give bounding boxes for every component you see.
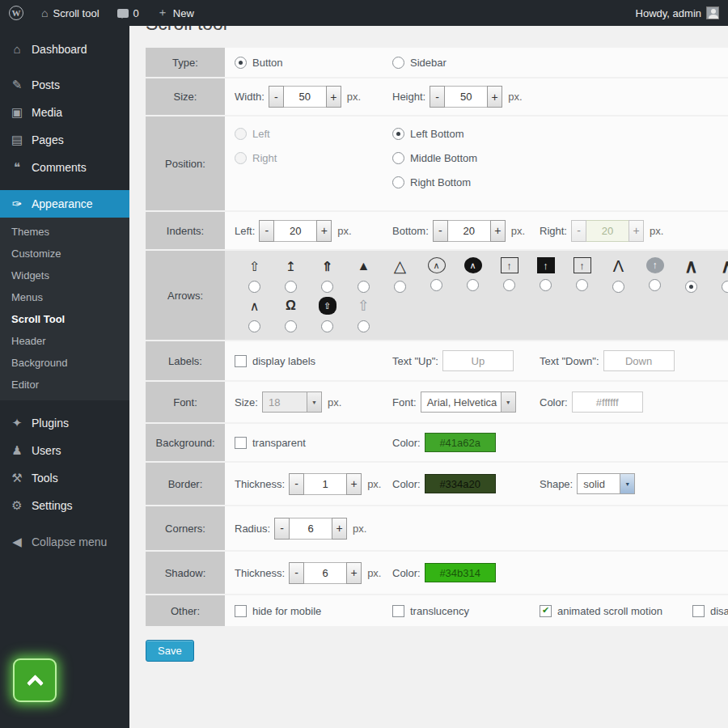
submenu-item-customize[interactable]: Customize xyxy=(0,243,129,265)
arrow-option-15[interactable]: ∧ xyxy=(236,297,273,332)
sidebar-item-tools[interactable]: ⚒ Tools xyxy=(0,464,129,492)
arrow-radio-14[interactable] xyxy=(722,281,728,293)
position-left-option[interactable]: Left xyxy=(235,128,270,140)
corners-radius-input[interactable] xyxy=(290,518,332,540)
submenu-item-editor[interactable]: Editor xyxy=(0,374,129,396)
indent-right-decrement-button[interactable]: - xyxy=(571,220,586,242)
arrow-radio-17[interactable] xyxy=(321,320,333,332)
border-thickness-decrement-button[interactable]: - xyxy=(289,473,304,495)
arrow-radio-10[interactable] xyxy=(576,279,588,291)
transparent-option[interactable]: transparent xyxy=(235,437,392,449)
hide-for-mobile-option[interactable]: hide for mobile xyxy=(235,605,392,617)
width-input[interactable] xyxy=(284,86,326,108)
text-down-input[interactable] xyxy=(603,350,675,371)
comments-admin-bar-link[interactable]: 0 xyxy=(108,0,148,26)
arrow-option-16[interactable]: Ω xyxy=(273,297,309,332)
shadow-thickness-increment-button[interactable]: + xyxy=(346,562,362,584)
type-button-radio[interactable] xyxy=(235,57,247,69)
sidebar-item-settings[interactable]: ⚙ Settings xyxy=(0,492,129,519)
scroll-button-preview[interactable] xyxy=(13,658,57,702)
corners-radius-decrement-button[interactable]: - xyxy=(274,518,290,540)
type-sidebar-option[interactable]: Sidebar xyxy=(392,57,447,69)
position-middle-bottom-radio[interactable] xyxy=(392,152,404,164)
position-right-bottom-option[interactable]: Right Bottom xyxy=(392,176,471,188)
sidebar-item-posts[interactable]: ✎ Posts xyxy=(0,71,129,99)
arrow-option-1[interactable]: ⇧ xyxy=(236,257,273,293)
arrow-radio-8[interactable] xyxy=(503,279,515,291)
arrow-option-13[interactable]: ∧ xyxy=(673,257,709,293)
site-name-link[interactable]: ⌂ Scroll tool xyxy=(32,0,108,26)
position-middle-bottom-option[interactable]: Middle Bottom xyxy=(392,152,477,164)
submenu-item-background[interactable]: Background xyxy=(0,352,129,374)
font-color-input[interactable] xyxy=(572,392,643,413)
border-shape-select[interactable]: solid ▼ xyxy=(577,473,635,494)
position-right-radio[interactable] xyxy=(235,152,247,164)
indent-left-input[interactable] xyxy=(274,220,316,242)
collapse-menu-button[interactable]: ◀ Collapse menu xyxy=(0,528,129,556)
arrow-option-9[interactable]: ↑ xyxy=(527,257,564,293)
arrow-option-10[interactable]: ↑ xyxy=(564,257,600,293)
disable-checkbox[interactable] xyxy=(692,605,705,617)
position-left-bottom-option[interactable]: Left Bottom xyxy=(392,128,463,140)
submenu-item-menus[interactable]: Menus xyxy=(0,286,129,308)
indent-right-input[interactable] xyxy=(586,220,629,242)
border-thickness-input[interactable] xyxy=(304,473,346,495)
text-up-input[interactable] xyxy=(442,350,514,371)
indent-left-decrement-button[interactable]: - xyxy=(259,220,274,242)
arrow-option-6[interactable]: ∧ xyxy=(418,257,455,293)
arrow-radio-2[interactable] xyxy=(285,281,297,293)
transparent-checkbox[interactable] xyxy=(235,437,247,449)
arrow-radio-6[interactable] xyxy=(430,279,442,291)
arrow-radio-12[interactable] xyxy=(649,279,661,291)
disable-option-truncated[interactable]: disa xyxy=(692,605,728,617)
font-size-select[interactable]: 18 ▼ xyxy=(262,392,322,413)
arrow-option-12[interactable]: ↑ xyxy=(637,257,673,293)
translucency-checkbox[interactable] xyxy=(392,605,404,617)
submenu-item-themes[interactable]: Themes xyxy=(0,221,129,243)
arrow-option-17[interactable]: ⇧ xyxy=(309,297,345,332)
animated-scroll-checkbox[interactable] xyxy=(540,605,552,617)
type-sidebar-radio[interactable] xyxy=(392,57,404,69)
arrow-radio-9[interactable] xyxy=(540,279,552,291)
arrow-radio-18[interactable] xyxy=(358,320,370,332)
sidebar-item-appearance[interactable]: ✑ Appearance xyxy=(0,190,129,218)
indent-right-increment-button[interactable]: + xyxy=(629,220,644,242)
arrow-option-2[interactable]: ↥ xyxy=(273,257,309,293)
sidebar-item-dashboard[interactable]: ⌂ Dashboard xyxy=(0,36,129,62)
arrow-radio-4[interactable] xyxy=(358,281,370,293)
arrow-option-7[interactable]: ∧ xyxy=(455,257,491,293)
sidebar-item-comments[interactable]: ❝ Comments xyxy=(0,154,129,181)
height-decrement-button[interactable]: - xyxy=(430,86,445,108)
arrow-radio-16[interactable] xyxy=(285,320,297,332)
type-button-option[interactable]: Button xyxy=(235,57,392,69)
height-increment-button[interactable]: + xyxy=(487,86,502,108)
corners-radius-increment-button[interactable]: + xyxy=(332,518,347,540)
save-button[interactable]: Save xyxy=(146,640,194,662)
shadow-color-swatch[interactable]: #34b314 xyxy=(425,563,496,582)
arrow-radio-15[interactable] xyxy=(248,320,260,332)
translucency-option[interactable]: translucency xyxy=(392,605,540,617)
width-decrement-button[interactable]: - xyxy=(269,86,284,108)
arrow-radio-13-selected[interactable] xyxy=(685,281,697,293)
indent-bottom-decrement-button[interactable]: - xyxy=(433,220,448,242)
border-color-swatch[interactable]: #334a20 xyxy=(425,474,496,493)
howdy-account-menu[interactable]: Howdy, admin xyxy=(627,0,728,26)
arrow-option-18[interactable]: ⇧ xyxy=(345,297,382,332)
arrow-option-8[interactable]: ↑ xyxy=(491,257,527,293)
arrow-radio-1[interactable] xyxy=(248,281,260,293)
position-right-bottom-radio[interactable] xyxy=(392,176,404,188)
position-left-radio[interactable] xyxy=(235,128,247,140)
arrow-option-14[interactable]: ∧ xyxy=(709,257,728,293)
position-right-option[interactable]: Right xyxy=(235,152,277,164)
arrow-option-3[interactable]: ⇑ xyxy=(309,257,345,293)
sidebar-item-users[interactable]: ♟ Users xyxy=(0,437,129,464)
sidebar-item-plugins[interactable]: ✦ Plugins xyxy=(0,409,129,437)
position-left-bottom-radio[interactable] xyxy=(392,128,404,140)
font-family-select[interactable]: Arial, Helvetica ▼ xyxy=(421,392,516,413)
indent-left-increment-button[interactable]: + xyxy=(316,220,332,242)
height-input[interactable] xyxy=(445,86,487,108)
arrow-radio-3[interactable] xyxy=(321,281,333,293)
arrow-option-4[interactable]: ▲ xyxy=(345,257,382,293)
animated-scroll-option[interactable]: animated scroll motion xyxy=(540,605,692,617)
hide-for-mobile-checkbox[interactable] xyxy=(235,605,247,617)
